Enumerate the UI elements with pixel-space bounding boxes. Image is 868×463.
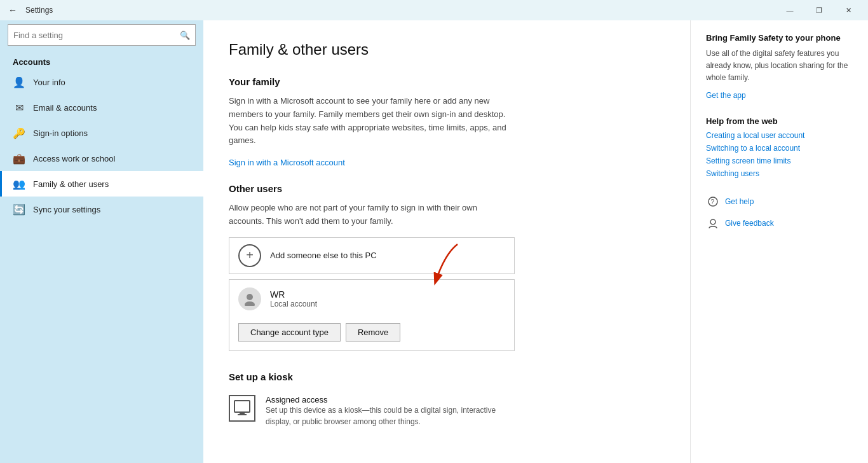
nav-icon-access-work: 💼 [13,152,25,165]
change-account-type-button[interactable]: Change account type [238,323,341,342]
app-title: Settings [25,6,53,15]
other-users-section: Other users Allow people who are not par… [229,183,665,351]
nav-label-family-users: Family & other users [33,179,109,189]
kiosk-info: Assigned access Set up this device as a … [266,395,507,427]
search-icon: 🔍 [180,31,190,40]
nav-icon-family-users: 👥 [13,177,25,190]
signin-microsoft-link[interactable]: Sign in with a Microsoft account [229,158,345,167]
svg-point-8 [710,219,715,225]
sidebar-item-family-users[interactable]: 👥 Family & other users [0,171,203,197]
user-avatar [238,287,261,310]
help-web-link[interactable]: Setting screen time limits [706,156,853,165]
nav-icon-your-info: 👤 [13,76,25,88]
add-user-label: Add someone else to this PC [270,251,377,260]
get-help-icon: ? [706,195,720,209]
remove-button[interactable]: Remove [346,323,400,342]
close-button[interactable]: ✕ [834,0,863,20]
window-controls: — ❐ ✕ [775,0,863,20]
sidebar-item-email-accounts[interactable]: ✉ Email & accounts [0,95,203,120]
nav-icon-sign-in: 🔑 [13,127,25,139]
accounts-section-label: Accounts [0,52,203,69]
nav-icon-sync: 🔄 [13,203,25,216]
user-card-container: WR Local account Change account type Rem… [229,279,515,351]
svg-text:?: ? [711,198,715,205]
user-card: WR Local account Change account type Rem… [229,279,515,351]
bring-family-desc: Use all of the digital safety features y… [706,48,853,85]
kiosk-icon [229,395,255,422]
help-web-link[interactable]: Switching to a local account [706,144,853,153]
search-box[interactable]: 🔍 [8,24,196,46]
minimize-button[interactable]: — [775,0,804,20]
give-feedback-icon [706,216,720,230]
your-family-heading: Your family [229,76,665,87]
nav-label-sign-in: Sign-in options [33,128,88,138]
get-help-link[interactable]: Get help [725,197,754,206]
give-feedback-link[interactable]: Give feedback [725,219,774,228]
back-button[interactable]: ← [5,3,20,18]
help-web-link[interactable]: Switching users [706,169,853,178]
svg-rect-3 [234,401,250,412]
right-panel: Bring Family Safety to your phone Use al… [690,20,868,463]
main-content: Family & other users Your family Sign in… [203,20,690,463]
get-help-item[interactable]: ? Get help [706,195,853,209]
search-input[interactable] [13,31,180,40]
sidebar-item-sync[interactable]: 🔄 Sync your settings [0,197,203,222]
restore-button[interactable]: ❐ [804,0,834,20]
give-feedback-item[interactable]: Give feedback [706,216,853,230]
help-links: Creating a local user accountSwitching t… [706,131,853,178]
bring-family-title: Bring Family Safety to your phone [706,33,853,43]
svg-point-1 [247,294,253,300]
nav-label-access-work: Access work or school [33,154,115,163]
kiosk-section: Set up a kiosk Assigned access Set up th… [229,371,665,432]
add-icon: + [238,244,261,267]
svg-rect-5 [238,414,247,415]
nav-items: 👤 Your info ✉ Email & accounts 🔑 Sign-in… [0,69,203,222]
help-web-link[interactable]: Creating a local user account [706,131,853,140]
your-family-desc: Sign in with a Microsoft account to see … [229,95,515,148]
svg-rect-4 [240,412,245,414]
titlebar: ← Settings — ❐ ✕ [0,0,868,20]
sidebar-item-your-info[interactable]: 👤 Your info [0,69,203,95]
nav-label-sync: Sync your settings [33,205,100,214]
sidebar: 🔍 Accounts 👤 Your info ✉ Email & account… [0,20,203,463]
kiosk-title: Assigned access [266,395,507,404]
kiosk-desc: Set up this device as a kiosk—this could… [266,404,507,427]
other-users-desc: Allow people who are not part of your fa… [229,202,515,228]
kiosk-item: Assigned access Set up this device as a … [229,390,665,432]
nav-label-email-accounts: Email & accounts [33,103,97,113]
other-users-heading: Other users [229,183,665,194]
sidebar-item-sign-in[interactable]: 🔑 Sign-in options [0,120,203,146]
user-card-actions: Change account type Remove [229,318,514,350]
user-account-type: Local account [270,300,317,308]
your-family-section: Your family Sign in with a Microsoft acc… [229,76,665,168]
help-web-title: Help from the web [706,116,853,126]
get-app-link[interactable]: Get the app [706,91,853,100]
user-info: WR Local account [270,289,317,308]
app-body: 🔍 Accounts 👤 Your info ✉ Email & account… [0,20,868,463]
user-name: WR [270,289,317,300]
user-card-top[interactable]: WR Local account [229,280,514,318]
nav-label-your-info: Your info [33,78,65,87]
kiosk-heading: Set up a kiosk [229,371,665,382]
svg-point-2 [245,301,255,306]
add-user-box[interactable]: + Add someone else to this PC [229,237,515,274]
sidebar-item-access-work[interactable]: 💼 Access work or school [0,146,203,171]
nav-icon-email-accounts: ✉ [13,101,25,114]
page-title: Family & other users [229,41,665,59]
